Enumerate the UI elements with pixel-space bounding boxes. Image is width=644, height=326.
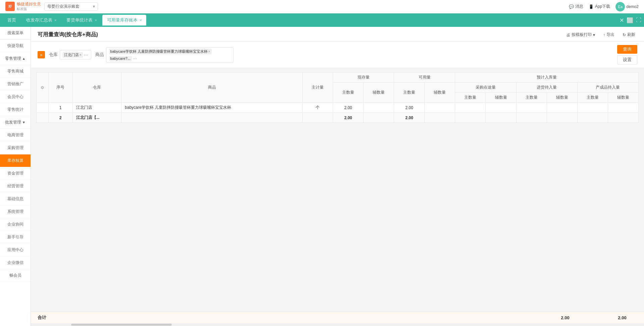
expand-filter-btn[interactable]: » xyxy=(38,51,45,58)
tenant-name: 母婴行业演示账套 xyxy=(47,4,79,9)
sidebar-item-member-center[interactable]: 会员中心 xyxy=(0,91,31,103)
product-input[interactable]: babycare学饮杯 儿童防摔防撞吸管杯重力球吸嘴杯宝宝水杯 × babyca… xyxy=(106,47,233,62)
footer-label: 合计 xyxy=(38,315,64,321)
th-available-label: 可用量 xyxy=(419,75,431,80)
th-inbound-main-label: 主数量 xyxy=(526,95,538,100)
table-row: 2 江北门店【... 2.00 2.00 xyxy=(37,113,639,123)
maximize-window-icon[interactable]: ⛶ xyxy=(636,17,641,23)
close-window-icon[interactable]: ✕ xyxy=(620,17,624,24)
app-download-label: App下载 xyxy=(595,4,610,9)
tab-available-stock-label: 可用量库存账本 xyxy=(107,17,138,23)
tenant-selector[interactable]: 母婴行业演示账套 ▾ xyxy=(44,2,98,11)
query-btn[interactable]: 查询 xyxy=(617,45,637,54)
th-current-main: 主数量 xyxy=(333,83,364,103)
th-planned-inbound: 预计入库量 xyxy=(455,73,639,83)
user-name: demo2 xyxy=(626,4,639,9)
scrollbar-thumb[interactable] xyxy=(71,324,172,326)
sidebar-item-quick-nav[interactable]: 快捷导航 xyxy=(0,40,31,52)
product-tag-1-close[interactable]: × xyxy=(208,50,210,53)
refresh-label: 刷新 xyxy=(627,32,635,38)
logo-area: 好 畅捷通好生意 标准版 xyxy=(5,2,41,11)
sidebar-search-label: 搜索菜单 xyxy=(3,30,28,36)
sidebar-enterprise-collab-label: 企业协同 xyxy=(7,222,23,227)
tab-available-stock[interactable]: 可用量库存账本 × xyxy=(102,15,146,26)
warehouse-input[interactable]: 江北门店 × ··· xyxy=(60,50,91,59)
row1-main-unit: 个 xyxy=(303,103,333,113)
tab-home-label: 首页 xyxy=(7,17,16,23)
sidebar-item-retail-mgmt[interactable]: 零售管理 ▲ xyxy=(0,52,31,65)
tab-collection-summary-close[interactable]: × xyxy=(54,18,56,22)
print-template-btn[interactable]: 🖨 按模板打印 ▾ xyxy=(564,31,597,39)
row1-purchase-transit-main xyxy=(455,103,486,113)
th-inbound-aux: 辅数量 xyxy=(547,93,577,103)
top-header: 好 畅捷通好生意 标准版 母婴行业演示账套 ▾ 💬 消息 📱 App下载 Ea … xyxy=(0,0,644,13)
th-current-stock-label: 现存量 xyxy=(358,75,370,80)
message-action[interactable]: 💬 消息 xyxy=(569,4,583,9)
warehouse-more-icon[interactable]: ··· xyxy=(84,52,88,57)
row1-avail-main: 2.00 xyxy=(394,103,425,113)
sidebar-item-enterprise-collab[interactable]: 企业协同 xyxy=(0,218,31,231)
app-download-action[interactable]: 📱 App下载 xyxy=(589,4,610,9)
tab-collection-summary[interactable]: 收发存汇总表 × xyxy=(21,15,61,26)
refresh-btn[interactable]: ↻ 刷新 xyxy=(621,31,637,39)
sidebar-item-system-mgmt[interactable]: 系统管理 xyxy=(0,205,31,218)
data-table: ⚙ 序号 仓库 商品 主计量 xyxy=(36,72,639,123)
row2-purchase-transit-main xyxy=(455,113,486,123)
product-tag-2-value: babycare?... xyxy=(110,56,131,60)
row2-main-unit xyxy=(303,113,333,123)
sidebar-basic-info-label: 基础信息 xyxy=(7,196,23,201)
sidebar-item-retail-stats[interactable]: 零售统计 xyxy=(0,103,31,116)
row2-purchase-transit-aux xyxy=(486,113,516,123)
message-icon: 💬 xyxy=(569,4,574,9)
tab-home[interactable]: 首页 xyxy=(3,15,21,26)
warehouse-tag-value: 江北门店 xyxy=(64,52,79,57)
row2-finished-aux xyxy=(608,113,638,123)
export-label: 导出 xyxy=(606,32,614,38)
header-left: 好 畅捷通好生意 标准版 母婴行业演示账套 ▾ xyxy=(5,2,98,11)
th-avail-aux-label: 辅数量 xyxy=(434,90,446,95)
print-icon: 🖨 xyxy=(566,33,570,37)
row1-current-aux xyxy=(364,103,394,113)
export-btn[interactable]: ↑ 导出 xyxy=(601,31,616,39)
product-more-icon[interactable]: ··· xyxy=(133,56,137,61)
footer-current-main: 2.00 xyxy=(550,315,580,320)
sidebar-item-basic-info[interactable]: 基础信息 xyxy=(0,193,31,205)
restore-window-icon[interactable]: ⬜ xyxy=(627,17,633,24)
sidebar-marketing-label: 营销推广 xyxy=(7,82,23,86)
sidebar-item-ecommerce-mgmt[interactable]: 电商管理 xyxy=(0,129,31,142)
horizontal-scrollbar[interactable] xyxy=(31,323,644,326)
user-profile[interactable]: Ea demo2 xyxy=(615,2,639,11)
sidebar-item-retail-mall[interactable]: 零售商城 xyxy=(0,65,31,78)
tab-available-stock-close[interactable]: × xyxy=(140,18,142,22)
sidebar-wholesale-mgmt-label: 批发管理 xyxy=(5,120,21,125)
sidebar-item-wholesale-mgmt[interactable]: 批发管理 ▼ xyxy=(0,116,31,129)
row2-warehouse: 江北门店【... xyxy=(72,113,121,123)
th-avail-main: 主数量 xyxy=(394,83,425,103)
settings-gear-icon[interactable]: ⚙ xyxy=(41,85,44,90)
sidebar-item-enterprise-wechat[interactable]: 企业微信 xyxy=(0,257,31,269)
filter-settings-btn[interactable]: 设置 xyxy=(617,55,637,64)
page-title: 可用量查询(按仓库+商品) xyxy=(38,31,98,38)
warehouse-label: 仓库 xyxy=(49,52,58,58)
th-purchase-transit-main: 主数量 xyxy=(455,93,486,103)
sidebar-item-marketing[interactable]: 营销推广 xyxy=(0,78,31,91)
sidebar-retail-mall-label: 零售商城 xyxy=(7,69,23,74)
sidebar-item-inventory[interactable]: 库存核算 xyxy=(0,154,31,167)
sidebar-item-purchase-mgmt[interactable]: 采购管理 xyxy=(0,142,31,154)
tab-collection-summary-label: 收发存汇总表 xyxy=(26,17,52,23)
sidebar-item-operations-mgmt[interactable]: 经营管理 xyxy=(0,180,31,193)
row2-finished-main xyxy=(577,113,608,123)
th-inbound-pending: 进货待入量 xyxy=(516,83,577,93)
tab-order-stats[interactable]: 要货单统计表 × xyxy=(62,15,101,26)
th-finished-aux: 辅数量 xyxy=(608,93,638,103)
sidebar-item-finance-mgmt[interactable]: 资金管理 xyxy=(0,167,31,180)
th-seq: 序号 xyxy=(49,73,73,103)
warehouse-tag-close[interactable]: × xyxy=(79,53,82,57)
sidebar-item-app-center[interactable]: 应用中心 xyxy=(0,244,31,257)
sidebar-item-vip-member[interactable]: 畅会员 xyxy=(0,269,31,282)
sidebar-item-new-guide[interactable]: 新手引导 xyxy=(0,231,31,244)
row1-purchase-transit-aux xyxy=(486,103,516,113)
tab-order-stats-close[interactable]: × xyxy=(95,18,97,22)
th-main-unit: 主计量 xyxy=(303,73,333,103)
sidebar-search[interactable]: 搜索菜单 xyxy=(0,27,31,40)
